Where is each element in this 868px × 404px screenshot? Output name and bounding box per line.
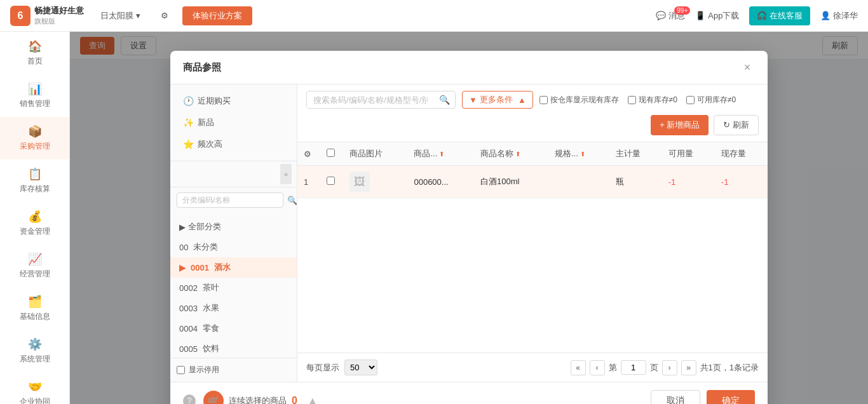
cat-0003[interactable]: 0003 水果 — [170, 298, 297, 318]
quick-new-products[interactable]: ✨ 新品 — [177, 112, 290, 133]
page-label: 第 — [609, 362, 617, 374]
headset-icon: 🎧 — [757, 11, 767, 20]
online-support-nav[interactable]: 🎧 在线客服 — [749, 6, 810, 25]
table-row[interactable]: 1 🖼 — [297, 166, 768, 198]
message-icon: 💬 — [656, 11, 666, 20]
available-checkbox[interactable] — [628, 96, 636, 104]
row-checkbox[interactable] — [327, 177, 335, 185]
add-product-button[interactable]: + 新增商品 — [651, 115, 709, 135]
category-search-input[interactable] — [177, 192, 283, 208]
usable-checkbox[interactable] — [686, 96, 695, 104]
settings-col-icon: ⚙ — [304, 149, 311, 159]
show-disabled-checkbox[interactable] — [177, 366, 185, 374]
home-icon: 🏠 — [28, 39, 42, 53]
row-spec-cell — [548, 166, 609, 198]
sidebar-item-home[interactable]: 🏠 首页 — [0, 32, 69, 74]
col-settings[interactable]: ⚙ — [297, 142, 320, 166]
collapse-sidebar-btn[interactable]: « — [280, 164, 292, 184]
quick-high-frequency[interactable]: ⭐ 频次高 — [177, 134, 290, 154]
gear-icon: ⚙ — [161, 11, 168, 20]
product-search-button[interactable]: 🔍 — [434, 91, 455, 108]
inventory-icon: 📋 — [28, 167, 42, 181]
cat-all[interactable]: ▶ 全部分类 — [170, 217, 297, 237]
settings-nav-btn[interactable]: ⚙ — [154, 8, 175, 23]
more-filters-button[interactable]: ▼ 更多条件 ▲ — [462, 91, 533, 109]
row-num-cell: 1 — [297, 166, 320, 198]
finance-icon: 💰 — [28, 210, 42, 224]
sidebar-item-sales[interactable]: 📊 销售管理 — [0, 74, 69, 117]
cat-active-arrow: ▶ — [179, 263, 186, 273]
modal-close-button[interactable]: × — [740, 60, 755, 75]
page-label2: 页 — [650, 362, 658, 374]
spec-sort-icon: ⬆ — [580, 151, 585, 158]
last-page-button[interactable]: » — [681, 360, 696, 375]
col-checkbox — [320, 142, 343, 166]
sidebar-item-system[interactable]: ⚙️ 系统管理 — [0, 330, 69, 372]
col-spec[interactable]: 规格... ⬆ — [548, 142, 609, 166]
cat-0005[interactable]: 0005 饮料 — [170, 339, 297, 358]
sidebar-item-inventory[interactable]: 📋 库存核算 — [0, 159, 69, 202]
sidebar-item-business[interactable]: 📈 经营管理 — [0, 245, 69, 287]
sidebar-item-finance[interactable]: 💰 资金管理 — [0, 202, 69, 245]
row-name-cell: 白酒100ml — [474, 166, 548, 198]
app-download-nav[interactable]: 📱 App下载 — [695, 10, 739, 22]
select-all-checkbox[interactable] — [327, 149, 335, 157]
sidebar-item-enterprise[interactable]: 🤝 企业协同 — [0, 372, 69, 404]
star-icon: ⭐ — [183, 139, 194, 149]
purchase-icon: 📦 — [28, 125, 42, 138]
col-available: 可用量 — [662, 142, 715, 166]
next-page-button[interactable]: › — [662, 360, 677, 375]
confirm-button[interactable]: 确定 — [707, 390, 755, 404]
quick-recent-purchase[interactable]: 🕐 近期购买 — [177, 91, 290, 111]
usable-filter-label[interactable]: 可用库存≠0 — [686, 95, 736, 105]
warehouse-checkbox[interactable] — [539, 96, 548, 104]
cat-0004[interactable]: 0004 零食 — [170, 318, 297, 339]
total-records-label: 共1页，1条记录 — [700, 362, 759, 374]
product-search-input[interactable] — [307, 92, 434, 108]
image-placeholder-icon: 🖼 — [354, 175, 365, 189]
cat-0002[interactable]: 0002 茶叶 — [170, 278, 297, 298]
messages-nav[interactable]: 💬 消息 99+ — [656, 10, 685, 22]
row-checkbox-cell[interactable] — [320, 166, 343, 198]
filter-collapse-icon: ▲ — [518, 95, 526, 105]
name-sort-icon: ⬆ — [515, 151, 520, 158]
footer-collapse-button[interactable]: ▲ — [308, 395, 318, 404]
user-avatar: 👤 — [820, 11, 831, 20]
main-sidebar: 🏠 首页 📊 销售管理 📦 采购管理 📋 库存核算 💰 资金管理 📈 经营管理 … — [0, 32, 70, 404]
col-name[interactable]: 商品名称 ⬆ — [474, 142, 548, 166]
sidebar-item-purchase[interactable]: 📦 采购管理 — [0, 117, 69, 159]
warehouse-filter-label[interactable]: 按仓库显示现有库存 — [539, 95, 619, 105]
prev-page-button[interactable]: ‹ — [590, 360, 605, 375]
col-image: 商品图片 — [343, 142, 407, 166]
per-page-select[interactable]: 50 10 20 100 — [344, 360, 377, 375]
logo-sub: 旗舰版 — [34, 17, 84, 26]
user-nav[interactable]: 👤 徐泽华 — [820, 10, 858, 22]
cancel-button[interactable]: 取消 — [651, 390, 700, 404]
col-code[interactable]: 商品... ⬆ — [407, 142, 474, 166]
first-page-button[interactable]: « — [571, 360, 586, 375]
filter-icon: ▼ — [469, 95, 477, 105]
page-number-input[interactable] — [621, 360, 646, 375]
row-image-cell: 🖼 — [343, 166, 407, 198]
col-stock: 现存量 — [715, 142, 768, 166]
system-icon: ⚙️ — [28, 337, 42, 351]
logo-text: 畅捷通好生意 — [34, 5, 84, 17]
row-available-cell: -1 — [662, 166, 715, 198]
row-code-cell: 000600... — [407, 166, 474, 198]
cart-icon: 🛒 — [203, 391, 224, 404]
basic-icon: 🗂️ — [28, 295, 42, 309]
category-search-icon[interactable]: 🔍 — [287, 196, 297, 205]
search-icon: 🔍 — [439, 95, 450, 105]
refresh-table-button[interactable]: ↻ 刷新 — [714, 115, 759, 135]
modal-title: 商品参照 — [183, 62, 221, 74]
cat-0001[interactable]: ▶ 0001 酒水 — [170, 257, 297, 278]
help-button[interactable]: ? — [183, 394, 196, 404]
logo-area: 6 畅捷通好生意 旗舰版 — [10, 5, 86, 26]
logo-icon: 6 — [10, 6, 31, 26]
available-filter-label[interactable]: 现有库存≠0 — [628, 95, 677, 105]
module-selector[interactable]: 日太阳膜 ▾ — [94, 8, 147, 24]
sidebar-item-basic[interactable]: 🗂️ 基础信息 — [0, 287, 69, 330]
trial-button[interactable]: 体验行业方案 — [182, 6, 252, 25]
cat-00[interactable]: 00 未分类 — [170, 237, 297, 257]
business-icon: 📈 — [28, 252, 42, 266]
